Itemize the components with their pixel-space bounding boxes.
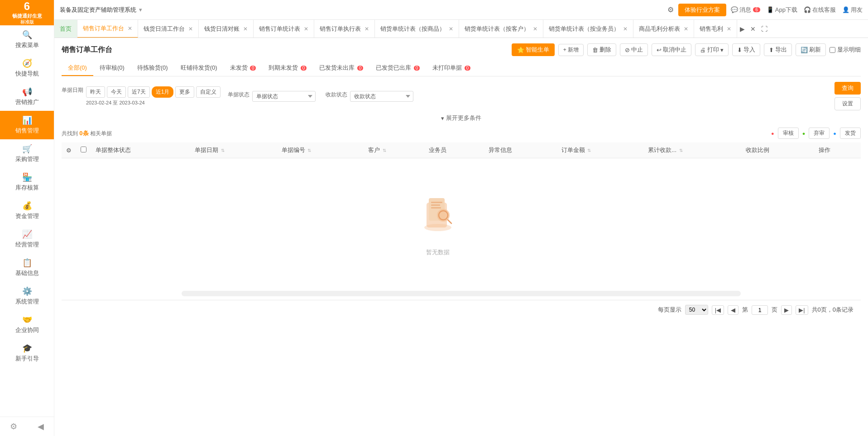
search-btn[interactable]: 查询 [834, 82, 861, 95]
col-received[interactable]: 累计收款... ⇅ [643, 142, 741, 158]
topbar-message[interactable]: 💬 消息 6 [731, 6, 760, 14]
col-date[interactable]: 单据日期 ⇅ [190, 142, 277, 158]
import-icon: ⬇ [737, 47, 742, 53]
sidebar-item-finance[interactable]: 💰 资金管理 [0, 196, 54, 225]
tab-sales-order[interactable]: 销售订单工作台 ✕ [77, 20, 138, 38]
first-page-btn[interactable]: |◀ [712, 305, 724, 315]
filter-tab-pending-inspect[interactable]: 待拣验货(0) [131, 61, 174, 76]
tab-product-margin[interactable]: 商品毛利分析表 ✕ [633, 20, 694, 38]
prev-page-btn[interactable]: ◀ [728, 305, 739, 315]
page-actions: ⭐ 智能生单 + 新增 🗑 删除 ⊘ 中止 ↩ 取消中止 [512, 43, 861, 56]
sidebar-item-system[interactable]: ⚙️ 系统管理 [0, 282, 54, 310]
settings-bottom-icon[interactable]: ⚙ [10, 422, 17, 431]
tab-cash-daily[interactable]: 钱货日清工作台 ✕ [138, 20, 199, 38]
tab-sales-gross[interactable]: 销售毛利 ✕ [694, 20, 737, 38]
show-detail-checkbox[interactable] [830, 47, 835, 53]
tab-home[interactable]: 首页 [54, 20, 77, 38]
page-size-select[interactable]: 20 50 100 [685, 305, 708, 315]
filter-tab-pending-review[interactable]: 待审核(0) [93, 61, 131, 76]
main-area: 装备及固定资产辅助管理系统 ▾ ⚙ 体验行业方案 💬 消息 6 📱 App下载 … [54, 0, 868, 436]
filter-tab-not-shipped[interactable]: 未发货 0 [224, 61, 263, 76]
horizontal-scrollbar[interactable] [182, 291, 741, 296]
next-page-btn[interactable]: ▶ [781, 305, 792, 315]
tab-close-product-margin[interactable]: ✕ [684, 26, 688, 32]
filter-7days-btn[interactable]: 近7天 [128, 86, 150, 98]
tab-scroll-right[interactable]: ▶ [737, 20, 748, 38]
payment-select[interactable]: 收款状态 [350, 91, 413, 102]
review-btn[interactable]: 审核 [778, 128, 799, 139]
tab-close-cash-account[interactable]: ✕ [243, 26, 248, 32]
tab-sales-stat-product[interactable]: 销货单统计表（按商品） ✕ [375, 20, 459, 38]
stop-btn[interactable]: ⊘ 中止 [620, 43, 648, 56]
sidebar-item-operations[interactable]: 📈 经营管理 [0, 225, 54, 253]
tab-close-sales-gross[interactable]: ✕ [727, 26, 731, 32]
industry-btn[interactable]: 体验行业方案 [678, 4, 726, 16]
sidebar-item-quick-nav[interactable]: 🧭 快捷导航 [0, 54, 54, 82]
tabbar: 首页 销售订单工作台 ✕ 钱货日清工作台 ✕ 钱货日清对账 ✕ 销售订单统计表 … [54, 20, 868, 38]
expand-more-btn[interactable]: ▾ 展开更多条件 [62, 114, 861, 122]
smart-gen-btn[interactable]: ⭐ 智能生单 [512, 43, 555, 56]
sidebar-item-inventory[interactable]: 🏪 库存核算 [0, 168, 54, 196]
sidebar-item-marketing[interactable]: 📢 营销推广 [0, 82, 54, 111]
tab-sales-stat[interactable]: 销售订单统计表 ✕ [254, 20, 314, 38]
tab-sales-stat-staff[interactable]: 销货单统计表（按业务员） ✕ [543, 20, 633, 38]
filter-tab-shipped-not-out[interactable]: 已发货未出库 0 [313, 61, 369, 76]
tab-close-cash-daily[interactable]: ✕ [188, 26, 193, 32]
topbar-user[interactable]: 👤 用友 [842, 6, 863, 14]
sidebar-item-guide[interactable]: 🎓 新手引导 [0, 339, 54, 367]
delete-btn[interactable]: 🗑 删除 [587, 43, 616, 56]
unreview-btn[interactable]: 弃审 [809, 128, 830, 139]
tab-close-sales-stat[interactable]: ✕ [304, 26, 308, 32]
topbar-settings-icon[interactable]: ⚙ [667, 5, 674, 14]
filter-yesterday-btn[interactable]: 昨天 [86, 86, 105, 98]
status-select[interactable]: 单据状态 [252, 91, 316, 102]
tab-sales-exec[interactable]: 销售订单执行表 ✕ [314, 20, 375, 38]
sidebar-item-enterprise[interactable]: 🤝 企业协同 [0, 310, 54, 339]
filter-tab-shipped-out[interactable]: 已发货已出库 0 [369, 61, 426, 76]
col-settings[interactable]: ⚙ [62, 142, 76, 158]
filter-more-btn[interactable]: 更多 [175, 86, 194, 98]
sidebar-item-basic-info[interactable]: 📋 基础信息 [0, 253, 54, 282]
tab-close-sales-stat-customer[interactable]: ✕ [533, 26, 537, 32]
summary-count: 0条 [79, 130, 88, 137]
tab-close-sales-order[interactable]: ✕ [128, 25, 132, 32]
sidebar-item-sales[interactable]: 📊 销售管理 [0, 111, 54, 139]
tab-maximize[interactable]: ⛶ [758, 20, 770, 38]
col-checkbox[interactable] [76, 142, 91, 158]
search-icon: 🔍 [22, 30, 32, 40]
export-btn[interactable]: ⬆ 导出 [764, 43, 792, 56]
refresh-btn[interactable]: 🔄 刷新 [796, 43, 826, 56]
filter-date-range: 2023-02-24 至 2023-03-24 [86, 100, 221, 106]
tab-close-sales-stat-staff[interactable]: ✕ [623, 26, 628, 32]
filter-tab-not-printed[interactable]: 未打印单据 0 [426, 61, 477, 76]
print-btn[interactable]: 🖨 打印 ▾ [695, 43, 729, 56]
filter-tab-expired-not-shipped[interactable]: 到期未发货 0 [262, 61, 313, 76]
add-btn[interactable]: + 新增 [558, 44, 584, 56]
topbar-app-download[interactable]: 📱 App下载 [767, 6, 797, 14]
tab-close-sales-exec[interactable]: ✕ [364, 26, 369, 32]
sidebar-item-purchase[interactable]: 🛒 采购管理 [0, 139, 54, 168]
col-number[interactable]: 单据编号 ⇅ [277, 142, 364, 158]
filter-tab-wangpu[interactable]: 旺铺待发货(0) [174, 61, 224, 76]
filter-custom-btn[interactable]: 自定义 [196, 86, 221, 98]
last-page-btn[interactable]: ▶| [796, 305, 808, 315]
tab-close-all[interactable]: ✕ [748, 20, 758, 38]
col-customer[interactable]: 客户 ⇅ [364, 142, 424, 158]
tab-sales-stat-customer[interactable]: 销货单统计表（按客户） ✕ [459, 20, 543, 38]
collapse-icon[interactable]: ◀ [38, 422, 44, 431]
import-btn[interactable]: ⬇ 导入 [732, 43, 760, 56]
page-input[interactable] [752, 305, 768, 315]
filter-1month-btn[interactable]: 近1月 [152, 86, 174, 98]
tab-cash-account[interactable]: 钱货日清对账 ✕ [199, 20, 254, 38]
filter-tab-all[interactable]: 全部(0) [62, 61, 93, 76]
setting-btn[interactable]: 设置 [834, 97, 861, 110]
tab-close-sales-stat-product[interactable]: ✕ [449, 26, 453, 32]
select-all-checkbox[interactable] [81, 147, 86, 152]
print-dropdown-icon: ▾ [720, 47, 724, 53]
ship-btn[interactable]: 发货 [840, 128, 861, 139]
filter-today-btn[interactable]: 今天 [107, 86, 126, 98]
topbar-online-service[interactable]: 🎧 在线客服 [804, 6, 836, 14]
sidebar-item-search[interactable]: 🔍 搜索菜单 [0, 25, 54, 54]
col-amount[interactable]: 订单金额 ⇅ [557, 142, 644, 158]
cancel-stop-btn[interactable]: ↩ 取消中止 [652, 43, 691, 56]
